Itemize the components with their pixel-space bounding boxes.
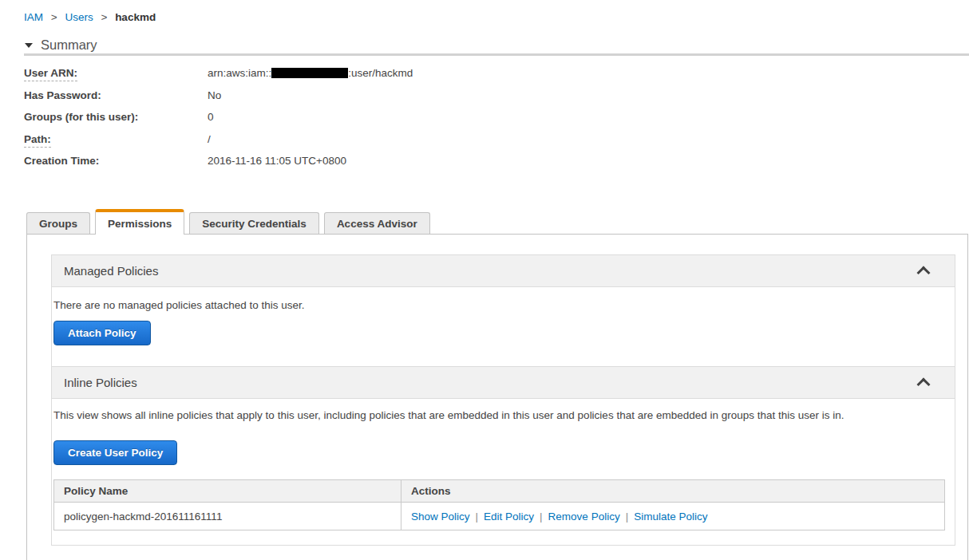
collapse-chevron-icon[interactable] — [916, 376, 931, 390]
field-value-creation-time: 2016-11-16 11:05 UTC+0800 — [208, 155, 346, 168]
tab-access-advisor[interactable]: Access Advisor — [324, 212, 430, 234]
breadcrumb-separator: > — [101, 11, 107, 23]
breadcrumb: IAM > Users > hackmd — [24, 11, 156, 23]
field-value-user-arn: arn:aws:iam:::user/hackmd — [208, 67, 413, 80]
tab-groups[interactable]: Groups — [26, 212, 90, 234]
inline-policies-title: Inline Policies — [64, 376, 137, 389]
field-value-has-password: No — [208, 89, 221, 102]
managed-policies-title: Managed Policies — [64, 264, 158, 278]
actions-column-header: Actions — [401, 480, 945, 503]
actions-cell: Show Policy|Edit Policy|Remove Policy|Si… — [401, 503, 945, 530]
summary-field-row-has-password: Has Password: No — [24, 89, 413, 102]
policies-container: Managed Policies There are no managed po… — [51, 254, 955, 546]
field-label-creation-time: Creation Time: — [24, 155, 208, 168]
field-label-path: Path: — [24, 133, 208, 146]
inline-policies-body: This view shows all inline policies that… — [52, 399, 955, 545]
tab-permissions[interactable]: Permissions — [95, 209, 184, 235]
summary-field-row-groups: Groups (for this user): 0 — [24, 111, 413, 124]
field-label-text: Path: — [24, 133, 51, 148]
action-separator: | — [626, 511, 629, 523]
policy-name-column-header: Policy Name — [54, 480, 401, 503]
summary-field-row-user-arn: User ARN: arn:aws:iam:::user/hackmd — [24, 67, 413, 80]
arn-suffix: :user/hackmd — [348, 67, 413, 79]
managed-policies-header: Managed Policies — [52, 255, 955, 287]
permissions-panel: Managed Policies There are no managed po… — [26, 234, 968, 560]
table-header-row: Policy Name Actions — [54, 480, 945, 503]
managed-policies-body: There are no managed policies attached t… — [52, 287, 955, 366]
field-label-groups: Groups (for this user): — [24, 111, 208, 124]
collapse-chevron-icon[interactable] — [916, 264, 931, 278]
simulate-policy-link[interactable]: Simulate Policy — [634, 511, 707, 523]
collapse-triangle-icon[interactable] — [25, 43, 33, 48]
summary-header: Summary — [25, 37, 97, 53]
breadcrumb-current-user: hackmd — [115, 11, 156, 23]
redacted-account-id — [271, 68, 348, 78]
policy-name-cell: policygen-hackmd-201611161111 — [54, 503, 401, 530]
no-managed-policies-message: There are no managed policies attached t… — [53, 299, 943, 312]
field-label-has-password: Has Password: — [24, 89, 208, 102]
attach-policy-button[interactable]: Attach Policy — [53, 321, 151, 345]
inline-policies-header: Inline Policies — [52, 366, 955, 399]
arn-prefix: arn:aws:iam:: — [208, 67, 271, 79]
breadcrumb-link-users[interactable]: Users — [65, 11, 93, 23]
tab-security-credentials[interactable]: Security Credentials — [189, 212, 319, 234]
breadcrumb-separator: > — [51, 11, 57, 23]
show-policy-link[interactable]: Show Policy — [411, 511, 470, 523]
breadcrumb-link-iam[interactable]: IAM — [24, 11, 43, 23]
edit-policy-link[interactable]: Edit Policy — [484, 511, 534, 523]
field-label-text: User ARN: — [24, 67, 77, 81]
field-value-groups: 0 — [208, 111, 214, 124]
remove-policy-link[interactable]: Remove Policy — [548, 511, 620, 523]
summary-field-row-creation-time: Creation Time: 2016-11-16 11:05 UTC+0800 — [24, 155, 413, 168]
action-separator: | — [476, 511, 479, 523]
field-value-path: / — [208, 133, 211, 146]
summary-fields: User ARN: arn:aws:iam:::user/hackmd Has … — [24, 67, 413, 177]
field-label-user-arn: User ARN: — [24, 67, 208, 80]
create-user-policy-button[interactable]: Create User Policy — [53, 440, 177, 465]
summary-field-row-path: Path: / — [24, 133, 413, 146]
inline-policies-description: This view shows all inline policies that… — [53, 409, 943, 422]
summary-divider — [24, 53, 969, 56]
table-row: policygen-hackmd-201611161111 Show Polic… — [54, 503, 945, 530]
action-separator: | — [540, 511, 543, 523]
summary-title: Summary — [41, 37, 97, 53]
tab-strip: Groups Permissions Security Credentials … — [26, 209, 430, 235]
inline-policies-table: Policy Name Actions policygen-hackmd-201… — [53, 479, 945, 530]
